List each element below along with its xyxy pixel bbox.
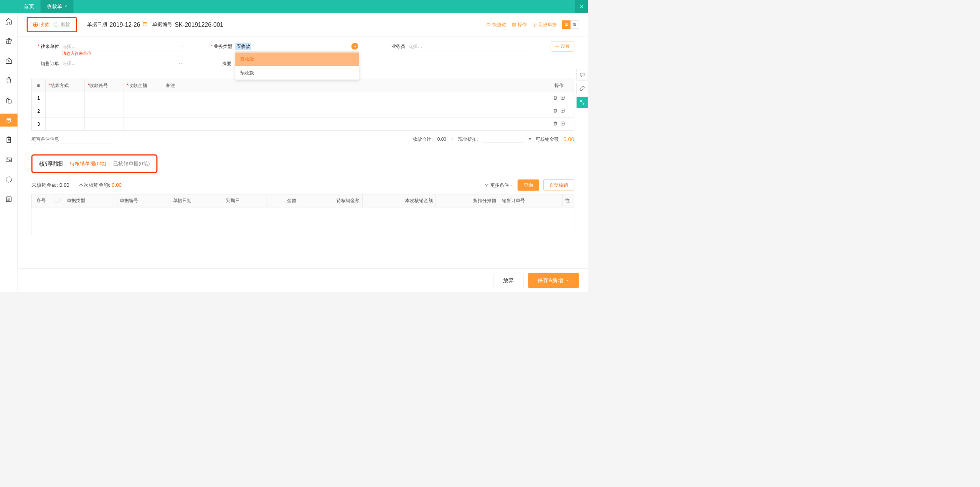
salesorder-input[interactable]: 选择… ⋯ [62, 59, 185, 68]
sidebar-shopping-icon[interactable] [0, 74, 17, 87]
save-new-button[interactable]: 保存&新增 [528, 273, 579, 288]
rail-comment-icon[interactable] [576, 69, 588, 81]
tab-done-writeoff[interactable]: 已核销单据(0笔) [113, 160, 150, 167]
sidebar-circle-icon[interactable] [0, 173, 17, 186]
view-list-icon[interactable] [562, 20, 571, 29]
dropdown-option-receivable[interactable]: 应收款 [235, 53, 359, 66]
sidebar-new-icon[interactable]: 新 [0, 193, 17, 206]
svg-text:¥: ¥ [8, 119, 10, 122]
delete-icon[interactable] [553, 108, 558, 114]
svg-rect-15 [514, 23, 515, 24]
table-row[interactable]: 2 [32, 105, 574, 118]
add-icon[interactable] [560, 95, 565, 101]
hx-col-duedate: 到期日 [223, 194, 266, 207]
radio-unchecked-icon [54, 22, 58, 27]
partner-field: *往来单位 选择… ⋯ 请输入往来单位 [31, 41, 186, 51]
form-header: 收款 退款 单据日期 2019-12-26 单据编号 SK-20191226-0… [18, 13, 588, 37]
history-link[interactable]: 历史单据 [532, 21, 557, 28]
discard-button[interactable]: 放弃 [493, 273, 523, 288]
biztype-dropdown: 应收款 预收款 [235, 53, 359, 80]
writeoff-header: 核销明细 待核销单据(0笔) 已核销单据(0笔) [31, 155, 158, 173]
unwriteoff-amount: 未核销金额: 0.00 [31, 182, 69, 189]
doc-no-field: 单据编号 SK-20191226-001 [152, 21, 223, 28]
partner-input[interactable]: 选择… ⋯ [62, 42, 186, 51]
writeoff-grid: 序号 单据类型 单据编号 单据日期 到期日 金额 待核销金额 本次核销金额 折扣… [31, 194, 574, 235]
hx-col-thiswrite: 本次核销金额 [363, 194, 436, 207]
window-close-icon[interactable]: × [575, 0, 588, 13]
sidebar-card-icon[interactable] [0, 153, 17, 166]
discount-input[interactable] [482, 136, 524, 143]
calendar-icon[interactable] [142, 21, 147, 28]
sidebar-building-icon[interactable] [0, 94, 17, 107]
svg-rect-19 [573, 23, 574, 26]
doc-date-value[interactable]: 2019-12-26 [110, 21, 140, 28]
top-bar: 首页 收款单 × × [0, 0, 588, 13]
delete-icon[interactable] [553, 121, 558, 127]
checkbox-icon [55, 198, 59, 202]
more-icon[interactable]: ⋯ [179, 43, 185, 49]
more-icon[interactable]: ⋯ [525, 43, 531, 49]
tab-receipt[interactable]: 收款单 × [41, 0, 74, 13]
hx-col-seq: 序号 [32, 194, 50, 207]
tab-home[interactable]: 首页 [18, 0, 41, 13]
tab-close-icon[interactable]: × [64, 4, 67, 9]
gear-icon: ⚙ [36, 83, 41, 88]
chevron-up-icon[interactable] [351, 43, 358, 50]
doc-date-field: 单据日期 2019-12-26 [87, 21, 148, 28]
sidebar-finance-home-icon[interactable]: $ [0, 54, 17, 67]
receipt-type-radio-group: 收款 退款 [27, 17, 77, 32]
operate-link[interactable]: 操作 [511, 21, 527, 28]
col-actions: 操作 [544, 79, 574, 92]
table-row[interactable]: 1 [32, 92, 574, 105]
remark-input[interactable] [31, 135, 114, 143]
hx-col-check[interactable] [50, 194, 64, 207]
shortcut-link[interactable]: 快捷键 [486, 21, 506, 28]
partner-error: 请输入往来单位 [62, 51, 91, 56]
sidebar-gift-icon[interactable] [0, 35, 17, 48]
hx-col-docdate: 单据日期 [170, 194, 223, 207]
payment-grid: ⚙ *结算方式 *收款账号 *收款金额 备注 操作 1 2 [31, 79, 574, 131]
add-icon[interactable] [560, 108, 565, 114]
col-gear[interactable]: ⚙ [32, 79, 46, 92]
hx-col-doctype: 单据类型 [64, 194, 117, 207]
sidebar-money-icon[interactable]: ¥ [0, 114, 17, 127]
salesperson-input[interactable]: 选择… ⋯ [408, 42, 532, 51]
col-account: *收款账号 [85, 79, 124, 92]
svg-point-20 [557, 46, 558, 47]
svg-text:$: $ [8, 60, 10, 63]
col-remark: 备注 [163, 79, 544, 92]
doc-no-label: 单据编号 [152, 21, 173, 28]
view-grid-icon[interactable] [571, 20, 579, 29]
biztype-select[interactable]: 应收款 应收款 预收款 [235, 41, 359, 51]
settings-button[interactable]: 设置 [551, 41, 574, 51]
rail-link-icon[interactable] [576, 83, 588, 94]
sidebar: $ ¥ 新 [0, 13, 18, 292]
search-button[interactable]: 查询 [518, 179, 539, 191]
auto-writeoff-button[interactable]: 自动核销 [543, 179, 574, 191]
sidebar-home-icon[interactable] [0, 15, 17, 28]
dropdown-option-prepaid[interactable]: 预收款 [235, 66, 359, 79]
rail-expand-icon[interactable] [576, 97, 588, 108]
svg-rect-12 [143, 23, 147, 26]
svg-point-7 [7, 159, 8, 160]
biztype-field: *业务类型 应收款 应收款 预收款 [205, 41, 359, 51]
more-filter-link[interactable]: 更多条件 [484, 182, 513, 188]
hx-col-discount: 折扣分摊额 [436, 194, 499, 207]
delete-icon[interactable] [553, 95, 558, 101]
table-row[interactable]: 3 [32, 118, 574, 131]
svg-text:新: 新 [7, 198, 10, 201]
writeoff-controls: 未核销金额: 0.00 本次核销金额: 0.00 更多条件 查询 自动核销 [31, 179, 574, 191]
svg-rect-13 [487, 24, 490, 26]
form-body: *往来单位 选择… ⋯ 请输入往来单位 *业务类型 应收款 应收款 预收款 [18, 36, 588, 74]
radio-receive[interactable]: 收款 [33, 21, 49, 28]
sidebar-clipboard-icon[interactable] [0, 133, 17, 146]
radio-refund[interactable]: 退款 [54, 21, 70, 28]
more-icon[interactable]: ⋯ [178, 60, 184, 67]
add-icon[interactable] [560, 121, 565, 127]
summary-row: 收款合计: 0.00 + 现金折扣: = 可核销金额 0.00 [18, 131, 588, 147]
right-rail [576, 69, 588, 108]
svg-rect-14 [512, 23, 513, 24]
tab-pending-writeoff[interactable]: 待核销单据(0笔) [70, 160, 106, 167]
bottom-bar: 放弃 保存&新增 [18, 268, 588, 292]
writeoff-title: 核销明细 [39, 160, 63, 168]
